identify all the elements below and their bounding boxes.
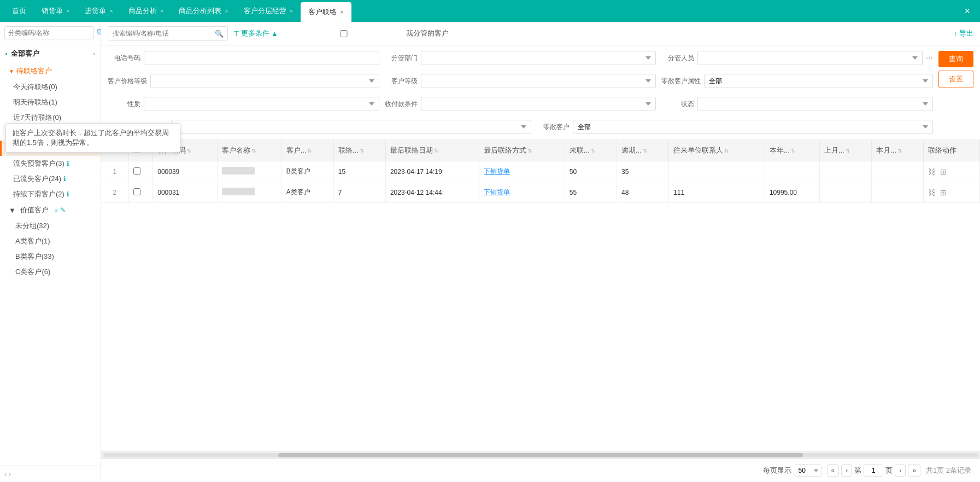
sort-icon-code[interactable]: ⇅ xyxy=(187,148,191,154)
table-scrollbar[interactable] xyxy=(101,451,980,458)
all-customers-header[interactable]: ▪ 全部客户 › xyxy=(0,44,101,63)
close-icon-customer-contact[interactable]: × xyxy=(340,9,343,15)
sort-icon-this-year[interactable]: ⇅ xyxy=(791,148,795,154)
row2-this-month xyxy=(871,182,923,203)
close-icon-analysis[interactable]: × xyxy=(160,8,163,14)
filter-select-dept[interactable] xyxy=(421,51,656,65)
row2-code: 000031 xyxy=(153,182,218,203)
edit-icon[interactable]: ○ xyxy=(54,206,58,214)
tooltip-box: 距客户上次交易时长，超过了此客户的平均交易周期的1.5倍，则视为异常。 xyxy=(5,123,180,153)
col-label-no-contact: 未联... xyxy=(570,146,590,154)
sort-icon-no-contact[interactable]: ⇅ xyxy=(591,148,595,154)
sidebar-item-a-class[interactable]: A类客户(1) xyxy=(0,234,101,249)
filter-select-scatter[interactable]: 全部 xyxy=(573,120,933,134)
filter-select-nature[interactable] xyxy=(144,97,379,111)
filter-more-btn[interactable]: ⊤ 更多条件 ▲ xyxy=(233,28,278,38)
row2-last-month xyxy=(819,182,871,203)
sidebar-item-tomorrow[interactable]: 明天待联络(1) xyxy=(0,95,101,110)
prev-page-btn[interactable]: ‹ xyxy=(841,464,852,477)
table-th-contact-person: 往来单位联系人⇅ xyxy=(669,140,765,161)
my-customers-checkbox-label[interactable]: 我分管的客户 xyxy=(284,28,449,38)
close-icon-sales[interactable]: × xyxy=(66,8,69,14)
filter-search-wrap: 🔍 xyxy=(108,26,228,40)
nav-item-analysis[interactable]: 商品分析 × xyxy=(121,0,171,22)
sort-icon-overdue[interactable]: ⇅ xyxy=(643,148,647,154)
nav-item-analysis-list[interactable]: 商品分析列表 × xyxy=(171,0,236,22)
nav-item-purchase[interactable]: 进货单 × xyxy=(77,0,120,22)
settings-button[interactable]: 设置 xyxy=(938,71,973,88)
next-page-btn[interactable]: › xyxy=(895,464,906,477)
row2-type: A类客户 xyxy=(281,182,333,203)
first-page-btn[interactable]: « xyxy=(827,464,840,477)
edit-pencil-icon[interactable]: ✎ xyxy=(60,206,66,214)
col-label-contact-count: 联络... xyxy=(338,146,359,154)
table-th-this-month: 本月...⇅ xyxy=(871,140,923,161)
filter-input-phone[interactable] xyxy=(144,51,379,65)
sort-icon-contact-count[interactable]: ⇅ xyxy=(360,148,364,154)
close-icon-analysis-list[interactable]: × xyxy=(225,8,228,14)
filter-select-price-level[interactable] xyxy=(150,74,379,88)
filter-row-4: ··· 客户类型 零散客户 全部 xyxy=(108,120,933,134)
close-icon-customer-tier[interactable]: × xyxy=(290,8,293,14)
row1-checkbox-td[interactable] xyxy=(128,161,153,182)
scroll-thumb[interactable] xyxy=(278,453,803,457)
sidebar-item-churn-warning[interactable]: 流失预警客户(3) ℹ xyxy=(0,156,101,171)
row1-checkbox[interactable] xyxy=(133,167,140,175)
sidebar-item-today[interactable]: 今天待联络(0) xyxy=(0,79,101,95)
filter-select-status[interactable] xyxy=(697,97,933,111)
export-icon: ↑ xyxy=(954,30,958,38)
sort-icon-contact-person[interactable]: ⇅ xyxy=(724,148,729,154)
close-icon-purchase[interactable]: × xyxy=(109,8,113,14)
sort-icon-type[interactable]: ⇅ xyxy=(307,148,312,154)
sidebar-item-c-class[interactable]: C类客户(6) xyxy=(0,264,101,280)
nav-close-all-btn[interactable]: × xyxy=(959,5,976,17)
filter-select-customer-level[interactable] xyxy=(421,74,656,88)
sort-icon-this-month[interactable]: ⇅ xyxy=(897,148,902,154)
filter-search-input[interactable] xyxy=(108,26,228,40)
nav-item-home[interactable]: 首页 xyxy=(4,0,34,22)
row2-action-icons: ⛓ ⊞ xyxy=(928,188,975,197)
filter-search-icon[interactable]: 🔍 xyxy=(215,30,224,38)
per-page-select[interactable]: 10 20 50 100 xyxy=(795,464,821,477)
export-btn[interactable]: ↑ 导出 xyxy=(954,28,974,38)
row2-action-link-icon[interactable]: ⛓ xyxy=(928,188,936,197)
row1-action-link-icon[interactable]: ⛓ xyxy=(928,167,936,176)
sidebar-item-ungroup[interactable]: 未分组(32) xyxy=(0,218,101,234)
page-input[interactable] xyxy=(864,464,883,477)
nav-item-customer-contact[interactable]: 客户联络 × xyxy=(301,2,351,22)
row2-action-grid-icon[interactable]: ⊞ xyxy=(940,188,947,197)
sidebar-search-input[interactable] xyxy=(4,26,94,39)
sort-icon-last-month[interactable]: ⇅ xyxy=(846,148,850,154)
sort-icon-last-date[interactable]: ⇅ xyxy=(434,148,438,154)
filter-select-person[interactable] xyxy=(697,51,922,65)
scroll-track[interactable] xyxy=(103,453,978,457)
sort-icon-last-method[interactable]: ⇅ xyxy=(527,148,532,154)
filter-actions: 查询 设置 xyxy=(938,51,973,134)
filter-select-payment[interactable] xyxy=(421,97,656,111)
sort-icon-name[interactable]: ⇅ xyxy=(251,148,256,154)
page-label: 第 xyxy=(854,466,861,475)
row1-this-year xyxy=(765,161,819,182)
row2-last-method[interactable]: 下销货单 xyxy=(479,182,565,203)
filter-select-customer-type[interactable] xyxy=(171,120,531,134)
filter-select-scatter-attr[interactable]: 全部 xyxy=(704,74,933,88)
nav-item-sales[interactable]: 销货单 × xyxy=(34,0,77,22)
table-area: ⚙ 客户编码⇅ 客户名称⇅ 客户...⇅ 联络...⇅ 最后联络日期⇅ 最后联络… xyxy=(101,140,980,451)
row1-action-grid-icon[interactable]: ⊞ xyxy=(940,167,947,176)
sidebar-value-header[interactable]: ▼ 价值客户 ○ ✎ xyxy=(0,202,101,218)
sidebar-item-declining[interactable]: 持续下滑客户(2) ℹ xyxy=(0,187,101,202)
row2-name-blur xyxy=(222,188,255,195)
sidebar-bottom-arrow[interactable]: ‹ › xyxy=(4,470,11,478)
filter-dots-person[interactable]: ··· xyxy=(926,53,933,63)
row2-checkbox-td[interactable] xyxy=(128,182,153,203)
my-customers-checkbox[interactable] xyxy=(284,30,404,37)
row1-last-method[interactable]: 下销货单 xyxy=(479,161,565,182)
query-button[interactable]: 查询 xyxy=(938,51,973,67)
row2-checkbox[interactable] xyxy=(133,188,140,195)
sidebar-item-b-class[interactable]: B类客户(33) xyxy=(0,249,101,264)
sidebar-item-churned[interactable]: 已流失客户(24) ℹ xyxy=(0,171,101,187)
sidebar-group-pending[interactable]: ▼ 待联络客户 xyxy=(0,63,101,79)
sidebar-search-icon[interactable]: 🔍 xyxy=(96,28,101,37)
last-page-btn[interactable]: » xyxy=(908,464,920,477)
nav-item-customer-tier[interactable]: 客户分层经营 × xyxy=(236,0,301,22)
